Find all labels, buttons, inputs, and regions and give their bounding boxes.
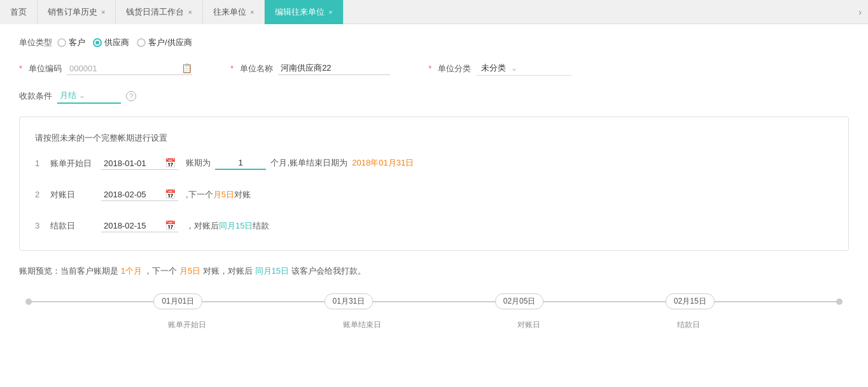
tab-cash-work-close[interactable]: ×	[188, 8, 192, 16]
tab-cash-work-label: 钱货日清工作台	[126, 6, 184, 18]
tab-partner[interactable]: 往来单位 ×	[203, 0, 265, 24]
setting-index-3: 3	[35, 221, 50, 230]
unit-code-copy-icon[interactable]: 📋	[181, 63, 192, 73]
timeline-label-col-1: 账单开始日	[168, 314, 206, 330]
radio-both[interactable]: 客户/供应商	[137, 37, 192, 48]
tab-sales-order[interactable]: 销售订单历史 ×	[38, 0, 116, 24]
desc-prefix-1: 账期为	[186, 158, 211, 167]
tab-sales-order-label: 销售订单历史	[48, 6, 97, 18]
unit-type-radios: 客户 供应商 客户/供应商	[57, 37, 192, 48]
tab-partner-label: 往来单位	[213, 6, 246, 18]
unit-type-label: 单位类型	[19, 37, 52, 48]
unit-info-row: * 单位编码 📋 * 单位名称 * 单位分类 未分类 ⌄	[19, 61, 849, 76]
timeline-node-1: 01月01日	[153, 293, 202, 309]
radio-supplier[interactable]: 供应商	[93, 37, 129, 48]
timeline-section: 01月01日 01月31日 02月05日 02月15日	[19, 293, 849, 330]
highlight-date-1: 2018年01月31日	[352, 158, 414, 167]
timeline-start-dot	[25, 299, 32, 305]
timeline-node-3: 02月05日	[495, 293, 544, 309]
setting-date-input-2[interactable]	[104, 190, 161, 199]
unit-code-input[interactable]	[67, 62, 179, 74]
unit-code-label: 单位编码	[29, 63, 62, 74]
timeline-line-3	[373, 301, 494, 302]
timeline-line-5	[715, 301, 836, 302]
unit-type-row: 单位类型 客户 供应商 客户/供应商	[19, 37, 849, 48]
timeline-end-dot	[836, 299, 843, 305]
desc-prefix-2: ,下一个	[186, 190, 213, 199]
preview-suffix: 该客户会给我打款。	[291, 266, 366, 276]
payment-condition-value: 月结	[60, 90, 76, 101]
tabs-bar: 首页 销售订单历史 × 钱货日清工作台 × 往来单位 × 编辑往来单位 × ›	[0, 0, 868, 24]
setting-date-input-1[interactable]	[104, 158, 161, 168]
preview-middle2: 对账，对账后	[203, 266, 253, 276]
tab-sales-order-close[interactable]: ×	[101, 8, 105, 16]
setting-desc-1: 账期为 个月,账单结束日期为 2018年01月31日	[186, 157, 414, 170]
tab-home[interactable]: 首页	[0, 0, 38, 24]
radio-customer-label: 客户	[69, 37, 85, 48]
setting-field-label-1: 账单开始日	[50, 158, 101, 169]
setting-row-2: 2 对账日 📅 ,下一个月5日对账	[35, 188, 833, 201]
radio-both-circle	[137, 38, 146, 47]
tab-cash-work[interactable]: 钱货日清工作台 ×	[116, 0, 202, 24]
setting-index-1: 1	[35, 158, 50, 168]
preview-section: 账期预览：当前客户账期是 1个月 ，下一个 月5日 对账，对账后 同月15日 该…	[19, 264, 849, 278]
timeline-labels-row: 账单开始日 账单结束日 对账日 结款日	[25, 314, 843, 330]
desc-prefix-3: ，对账后	[186, 221, 219, 230]
period-input[interactable]	[215, 157, 266, 170]
setting-field-label-2: 对账日	[50, 189, 101, 201]
settings-card: 请按照未来的一个完整帐期进行设置 1 账单开始日 📅 账期为 个月,账单结束日期…	[19, 116, 849, 251]
tab-home-label: 首页	[10, 6, 27, 18]
setting-date-input-3[interactable]	[104, 221, 161, 230]
payment-condition-label: 收款条件	[19, 90, 52, 102]
timeline-badge-1: 01月01日	[153, 293, 202, 309]
unit-category-group: * 单位分类 未分类 ⌄	[428, 61, 571, 76]
desc-suffix-1: 个月,账单结束日期为	[270, 158, 347, 167]
highlight-day-2: 月5日	[213, 190, 234, 199]
unit-category-arrow: ⌄	[511, 64, 517, 73]
tabs-scroll-arrow[interactable]: ›	[852, 7, 868, 17]
unit-code-input-wrapper: 📋	[67, 62, 192, 75]
preview-highlight2: 月5日	[179, 266, 200, 276]
payment-condition-arrow: ⌄	[79, 91, 85, 100]
radio-supplier-label: 供应商	[104, 37, 129, 48]
desc-suffix-2: 对账	[234, 190, 251, 199]
timeline-badge-4: 02月15日	[666, 293, 715, 309]
unit-type-group: 单位类型 客户 供应商 客户/供应商	[19, 37, 192, 48]
unit-category-select[interactable]: 未分类 ⌄	[476, 61, 571, 76]
preview-highlight3: 同月15日	[255, 266, 289, 276]
timeline-label-col-3: 对账日	[517, 314, 540, 330]
help-icon[interactable]: ?	[126, 91, 136, 101]
timeline-label-1: 账单开始日	[168, 320, 206, 330]
setting-desc-2: ,下一个月5日对账	[186, 189, 251, 201]
setting-field-label-3: 结款日	[50, 220, 101, 232]
desc-suffix-3: 结款	[253, 221, 269, 230]
calendar-icon-3[interactable]: 📅	[165, 220, 176, 230]
unit-code-group: * 单位编码 📋	[19, 62, 192, 75]
timeline-line-2	[202, 301, 324, 302]
payment-condition-row: 收款条件 月结 ⌄ ?	[19, 88, 849, 104]
unit-name-label: 单位名称	[240, 63, 273, 74]
timeline-node-2: 01月31日	[325, 293, 374, 309]
timeline-line-1	[32, 301, 153, 302]
radio-customer[interactable]: 客户	[57, 37, 85, 48]
timeline-node-4: 02月15日	[666, 293, 715, 309]
tab-partner-close[interactable]: ×	[250, 8, 254, 16]
highlight-day-3: 同月15日	[219, 221, 253, 230]
timeline-label-4: 结款日	[677, 320, 700, 330]
radio-both-label: 客户/供应商	[148, 37, 192, 48]
preview-middle1: ，下一个	[144, 266, 177, 276]
setting-row-3: 3 结款日 📅 ，对账后同月15日结款	[35, 219, 833, 232]
unit-category-label: 单位分类	[438, 63, 471, 74]
payment-condition-select[interactable]: 月结 ⌄	[57, 88, 121, 104]
timeline-label-2: 账单结束日	[343, 320, 381, 330]
tab-edit-partner-close[interactable]: ×	[328, 8, 332, 16]
timeline-label-col-4: 结款日	[677, 314, 700, 330]
tab-edit-partner[interactable]: 编辑往来单位 ×	[265, 0, 343, 24]
setting-date-1: 📅	[101, 157, 178, 170]
unit-name-input[interactable]	[278, 62, 390, 75]
calendar-icon-1[interactable]: 📅	[165, 158, 176, 168]
setting-date-2: 📅	[101, 188, 178, 201]
calendar-icon-2[interactable]: 📅	[165, 189, 176, 199]
timeline-badge-3: 02月05日	[495, 293, 544, 309]
unit-name-group: * 单位名称	[230, 62, 390, 75]
